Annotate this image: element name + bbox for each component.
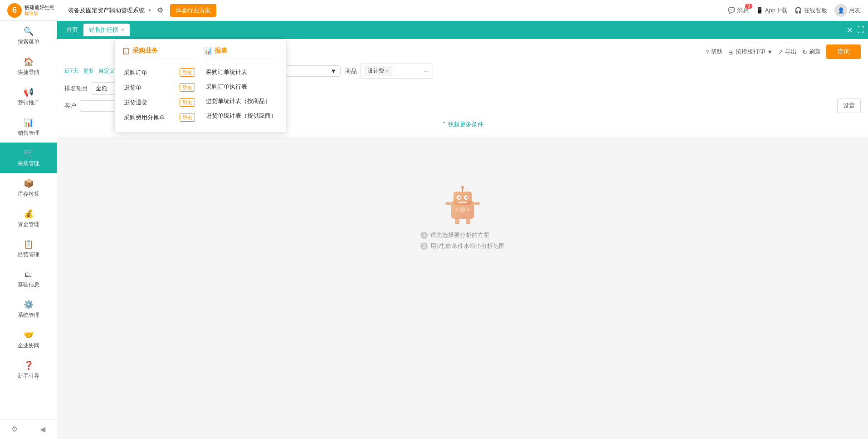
sidebar-item-quick-nav[interactable]: 🏠 快捷导航 (0, 51, 57, 82)
sidebar-item-enterprise[interactable]: 🤝 企业协同 (0, 325, 57, 355)
messages-button[interactable]: 💬 消息 9 (728, 6, 749, 15)
refresh-button[interactable]: ↻ 刷新 (802, 48, 821, 56)
settings-gear-icon[interactable]: ⚙ (154, 4, 166, 17)
sidebar-item-finance[interactable]: 💰 资金管理 (0, 203, 57, 234)
hint-num-2: 2 (420, 242, 428, 250)
sidebar-item-marketing[interactable]: 📢 营销推广 (0, 82, 57, 112)
product-filter: 商品 设计费 × ··· (345, 64, 433, 79)
sidebar: 🔍 搜索菜单 🏠 快捷导航 📢 营销推广 📊 销售管理 🛒 采购管理 📦 (0, 21, 57, 439)
date-quick-7[interactable]: 近7天 (64, 67, 78, 75)
dropdown-col2-title: 📊 报表 (204, 47, 279, 59)
dropdown-item-order-exec[interactable]: 采购订单执行表 (204, 79, 279, 94)
operations-icon: 📋 (24, 239, 34, 249)
window-maximize-icon[interactable]: ⛶ (857, 26, 864, 34)
dropdown-item-expense[interactable]: 采购费用分摊单 历史 (122, 110, 197, 125)
product-tag-remove[interactable]: × (386, 68, 389, 74)
dropdown-item-order-stats[interactable]: 采购订单统计表 (204, 65, 279, 79)
help-icon: ? (706, 49, 709, 55)
dropdown-item-purchase-order[interactable]: 采购订单 历史 (122, 65, 197, 80)
tab-bar-close-buttons: ✕ ⛶ (847, 26, 864, 35)
newbie-icon: ❓ (24, 360, 34, 370)
dropdown-col1-title: 📋 采购业务 (122, 47, 197, 59)
sidebar-item-inventory[interactable]: 📦 库存核算 (0, 173, 57, 203)
empty-hint-area: 1 请先选择要分析的方案 2 用[过滤]条件来缩小分析范围 (420, 231, 504, 250)
dropdown-arrow-icon: ▼ (331, 68, 336, 74)
svg-point-5 (466, 197, 468, 198)
dropdown-col-purchase: 📋 采购业务 采购订单 历史 进货单 历史 进货退货 (122, 47, 197, 125)
sidebar-item-sales[interactable]: 📊 销售管理 (0, 112, 57, 143)
svg-rect-7 (445, 202, 451, 205)
message-icon: 💬 (728, 7, 735, 14)
sidebar-settings-icon[interactable]: ⚙ (11, 425, 18, 434)
sidebar-item-operations[interactable]: 📋 经营管理 (0, 234, 57, 264)
sidebar-item-system[interactable]: ⚙️ 系统管理 (0, 294, 57, 325)
page-content: 1 请先选择要分析的方案 2 用[过滤]条件来缩小分析范围 (57, 138, 868, 439)
history-badge-receipt: 历史 (180, 83, 195, 92)
settings-button[interactable]: 设置 (837, 99, 861, 113)
window-close-icon[interactable]: ✕ (847, 26, 853, 35)
purchase-dropdown-menu: 📋 采购业务 采购订单 历史 进货单 历史 进货退货 (114, 39, 287, 133)
svg-point-13 (460, 207, 465, 212)
tab-sales-ranking[interactable]: 销售排行榜 × (83, 24, 130, 36)
tab-home[interactable]: 首页 (61, 24, 83, 36)
system-selector[interactable]: 装备及固定资产辅助管理系统 ▼ (68, 6, 152, 15)
svg-point-14 (455, 208, 459, 212)
finance-icon: 💰 (24, 209, 34, 219)
logo-area: 6 畅捷通好生意 标准版 (7, 3, 64, 18)
empty-illustration (440, 185, 485, 226)
tab-bar: 首页 销售排行榜 × ✕ ⛶ (57, 21, 868, 39)
industry-button[interactable]: 体验行业方案 (170, 4, 216, 17)
svg-point-4 (458, 197, 460, 198)
system-icon: ⚙️ (24, 300, 34, 310)
sales-icon: 📊 (24, 118, 34, 128)
export-button[interactable]: ↗ 导出 (778, 48, 797, 56)
date-more-button[interactable]: 更多 (83, 67, 94, 75)
sidebar-item-search[interactable]: 🔍 搜索菜单 (0, 21, 57, 51)
help-button[interactable]: ? 帮助 (706, 48, 722, 56)
product-dots[interactable]: ··· (424, 68, 429, 74)
tab-close-icon[interactable]: × (121, 27, 124, 33)
svg-rect-10 (466, 218, 470, 224)
sidebar-item-purchase[interactable]: 🛒 采购管理 (0, 143, 57, 173)
hint-num-1: 1 (420, 232, 428, 239)
search-icon: 🔍 (24, 26, 34, 36)
svg-rect-9 (455, 218, 459, 224)
dropdown-item-receipt-stats-supplier[interactable]: 进货单统计表（按供应商） (204, 109, 279, 123)
inventory-icon: 📦 (24, 178, 34, 188)
product-input[interactable]: 设计费 × ··· (361, 64, 433, 79)
svg-point-12 (461, 186, 464, 189)
history-badge-purchase-order: 历史 (180, 68, 195, 77)
online-service-button[interactable]: 🎧 在线客服 (795, 6, 827, 15)
phone-icon: 📱 (756, 7, 763, 14)
dropdown-item-receipt-stats-product[interactable]: 进货单统计表（按商品） (204, 94, 279, 109)
top-right-actions: 💬 消息 9 📱 App下载 🎧 在线客服 👤 用友 (728, 4, 861, 17)
dropdown-col-report: 📊 报表 采购订单统计表 采购订单执行表 进货单统计表（按商品） (204, 47, 279, 125)
svg-point-15 (466, 208, 470, 212)
purchase-icon: 🛒 (24, 148, 34, 158)
sidebar-collapse-icon[interactable]: ◀ (40, 425, 45, 434)
logo-icon: 6 (7, 3, 22, 18)
user-button[interactable]: 👤 用友 (834, 4, 861, 17)
dropdown-item-receipt[interactable]: 进货单 历史 (122, 80, 197, 95)
product-tag: 设计费 × (365, 66, 392, 76)
date-custom-button[interactable]: 自定义 (98, 67, 115, 75)
empty-state: 1 请先选择要分析的方案 2 用[过滤]条件来缩小分析范围 (57, 138, 868, 297)
query-button[interactable]: 查询 (826, 44, 861, 59)
print-arrow-icon: ▼ (767, 49, 773, 55)
svg-rect-1 (454, 192, 472, 205)
marketing-icon: 📢 (24, 87, 34, 97)
svg-rect-6 (458, 202, 467, 203)
home-icon: 🏠 (24, 57, 34, 67)
history-badge-return: 历史 (180, 98, 195, 107)
app-download-button[interactable]: 📱 App下载 (756, 6, 787, 15)
sidebar-item-newbie[interactable]: ❓ 新手引导 (0, 355, 57, 385)
export-icon: ↗ (778, 49, 783, 55)
dropdown-item-return[interactable]: 进货退货 历史 (122, 95, 197, 110)
template-print-button[interactable]: 🖨 按模板打印 ▼ (728, 48, 773, 56)
refresh-icon: ↻ (802, 49, 807, 55)
report-icon: 📊 (204, 47, 212, 54)
avatar: 👤 (834, 4, 847, 17)
enterprise-icon: 🤝 (24, 330, 34, 340)
print-icon: 🖨 (728, 49, 734, 55)
sidebar-item-basic-info[interactable]: 🗂 基础信息 (0, 264, 57, 294)
